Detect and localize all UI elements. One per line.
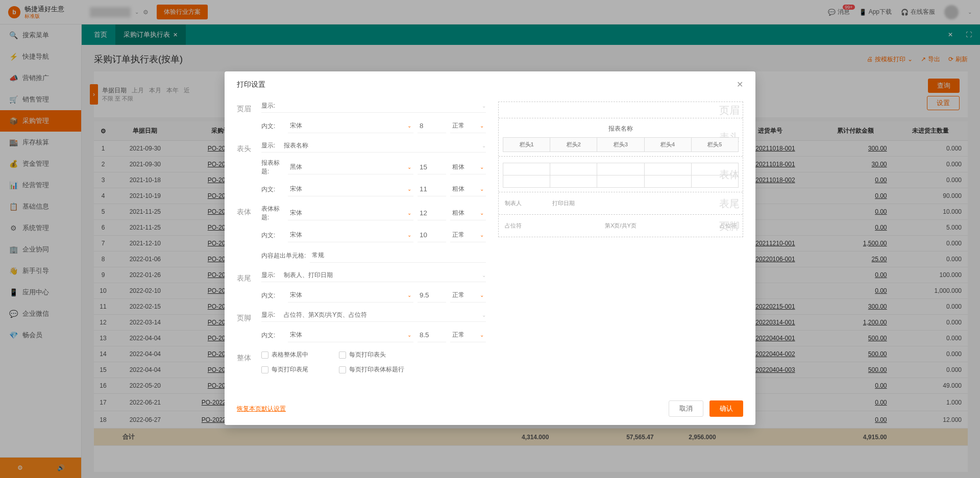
chevron-down-icon: ⌄: [407, 123, 411, 129]
section-page-footer: 页脚: [237, 311, 261, 323]
chevron-down-icon: ⌄: [407, 232, 411, 238]
chevron-down-icon: ⌄: [480, 332, 484, 338]
section-table-footer: 表尾: [237, 271, 261, 283]
th-weight-select[interactable]: 粗体⌄: [450, 182, 486, 196]
chevron-down-icon: ⌄: [480, 186, 484, 192]
header-font-select[interactable]: 宋体⌄: [288, 119, 413, 133]
th-title-weight-select[interactable]: 粗体⌄: [450, 160, 486, 174]
header-weight-select[interactable]: 正常⌄: [450, 119, 486, 133]
body-title-font-select[interactable]: 宋体⌄: [288, 206, 413, 220]
chevron-down-icon: ⌄: [480, 123, 484, 129]
chevron-down-icon: ⌄: [407, 292, 411, 298]
chevron-down-icon: ⌄: [407, 210, 411, 216]
check-body-title-each[interactable]: 每页打印表体标题行: [339, 365, 404, 374]
section-global: 整体: [237, 350, 261, 363]
chevron-down-icon: ⌄: [407, 186, 411, 192]
confirm-button[interactable]: 确认: [709, 400, 743, 417]
pf-size-input[interactable]: [418, 328, 446, 342]
print-settings-modal: 打印设置 ✕ 页眉 显示: ⌄ 内文: 宋体⌄: [225, 71, 755, 425]
print-preview: 页眉 表头 报表名称 栏头1栏头2栏头3栏头4栏头5 表体 表尾 制: [498, 102, 743, 237]
chevron-down-icon: ⌄: [480, 164, 484, 170]
pf-font-select[interactable]: 宋体⌄: [288, 328, 413, 342]
th-font-select[interactable]: 宋体⌄: [288, 182, 413, 196]
body-size-input[interactable]: [418, 228, 446, 242]
overflow-select[interactable]: 常规: [310, 248, 486, 263]
body-font-select[interactable]: 宋体⌄: [288, 228, 413, 242]
cancel-button[interactable]: 取消: [669, 400, 703, 417]
chevron-down-icon[interactable]: ⌄: [482, 103, 486, 109]
check-footer-each[interactable]: 每页打印表尾: [261, 365, 308, 374]
pf-weight-select[interactable]: 正常⌄: [450, 328, 486, 342]
th-size-input[interactable]: [418, 182, 446, 196]
modal-backdrop: 打印设置 ✕ 页眉 显示: ⌄ 内文: 宋体⌄: [0, 0, 980, 478]
chevron-down-icon: ⌄: [480, 232, 484, 238]
chevron-down-icon: ⌄: [407, 332, 411, 338]
modal-close-button[interactable]: ✕: [737, 80, 743, 89]
body-weight-select[interactable]: 正常⌄: [450, 228, 486, 242]
section-page-header: 页眉: [237, 102, 261, 114]
th-title-size-input[interactable]: [418, 160, 446, 174]
chevron-down-icon: ⌄: [480, 292, 484, 298]
restore-defaults-link[interactable]: 恢复本页默认设置: [237, 405, 286, 413]
chevron-down-icon: ⌄: [480, 210, 484, 216]
chevron-down-icon: ⌄: [407, 164, 411, 170]
th-title-font-select[interactable]: 黑体⌄: [288, 160, 413, 174]
chevron-down-icon[interactable]: ⌄: [482, 143, 486, 148]
section-table-body: 表体: [237, 205, 261, 217]
modal-title: 打印设置: [237, 80, 265, 89]
header-size-input[interactable]: [418, 119, 446, 133]
section-table-header: 表头: [237, 141, 261, 154]
tf-font-select[interactable]: 宋体⌄: [288, 288, 413, 303]
tf-size-input[interactable]: [418, 288, 446, 303]
body-title-weight-select[interactable]: 粗体⌄: [450, 206, 486, 220]
check-header-each[interactable]: 每页打印表头: [339, 350, 386, 359]
chevron-down-icon[interactable]: ⌄: [482, 312, 486, 318]
tf-weight-select[interactable]: 正常⌄: [450, 288, 486, 303]
chevron-down-icon[interactable]: ⌄: [482, 272, 486, 278]
body-title-size-input[interactable]: [418, 206, 446, 220]
check-center[interactable]: 表格整体居中: [261, 350, 308, 359]
